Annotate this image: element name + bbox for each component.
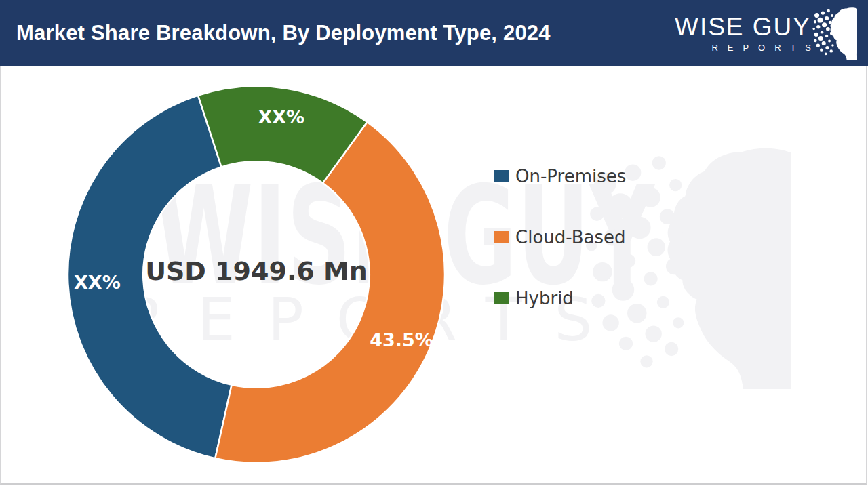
- legend-item-cloud-based: Cloud-Based: [494, 228, 626, 247]
- logo-wordmark: WISE GUY: [675, 14, 811, 39]
- logo-head-icon: [812, 6, 857, 60]
- legend-item-hybrid: Hybrid: [494, 289, 626, 308]
- legend-swatch-cloud-based: [494, 231, 509, 243]
- legend-label: Cloud-Based: [515, 227, 626, 247]
- legend-swatch-hybrid: [494, 292, 509, 304]
- segment-label: XX%: [74, 272, 121, 293]
- chart-center-value: USD 1949.6 Mn: [121, 256, 392, 286]
- logo-text: WISE GUY REPORTS: [675, 14, 811, 52]
- chart-legend: On-Premises Cloud-Based Hybrid: [494, 167, 626, 350]
- legend-item-on-premises: On-Premises: [494, 167, 626, 186]
- legend-label: Hybrid: [515, 288, 574, 308]
- wise-guy-logo: WISE GUY REPORTS: [675, 6, 868, 60]
- legend-label: On-Premises: [515, 166, 626, 186]
- legend-swatch-on-premises: [494, 170, 509, 182]
- logo-subtext: REPORTS: [675, 43, 821, 52]
- segment-label: XX%: [258, 106, 304, 127]
- header-bar: Market Share Breakdown, By Deployment Ty…: [0, 0, 868, 66]
- page-title: Market Share Breakdown, By Deployment Ty…: [0, 21, 551, 45]
- segment-label: 43.5%: [370, 329, 433, 350]
- infographic: Market Share Breakdown, By Deployment Ty…: [0, 0, 868, 488]
